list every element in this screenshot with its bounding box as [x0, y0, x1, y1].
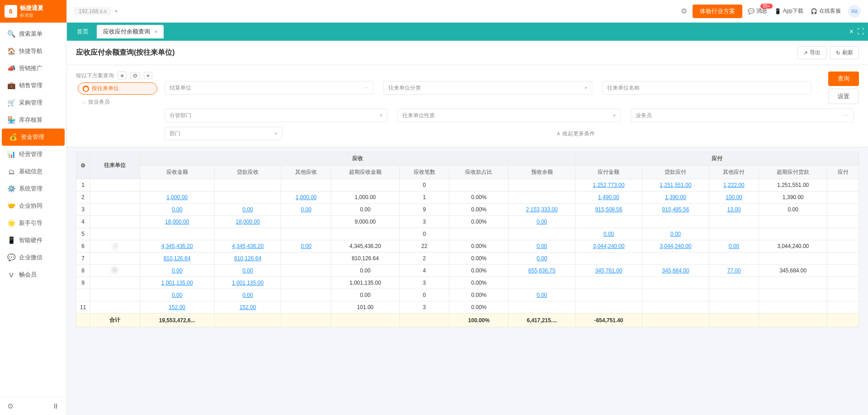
cell-dk_sr[interactable]: 0.00: [214, 204, 281, 216]
cell-ys_ye[interactable]: 0.00: [509, 289, 576, 301]
cell-dk_yf[interactable]: 345,684.00: [642, 265, 709, 277]
cell-yr_je[interactable]: 0.00: [140, 265, 214, 277]
cell-ys_ye[interactable]: 2,153,333.00: [509, 204, 576, 216]
cell-link-yr_je[interactable]: 152.00: [169, 304, 185, 310]
cell-link-yf_je[interactable]: 3,044,240.00: [593, 243, 624, 249]
cell-dk_sr[interactable]: 810,126.64: [214, 253, 281, 265]
sidebar-item-coop[interactable]: 🤝 企业协同: [0, 197, 66, 215]
cell-link-dk_yf[interactable]: 0.00: [670, 231, 681, 237]
user-avatar[interactable]: Rit: [848, 5, 861, 18]
tab-close-window-button[interactable]: ×: [849, 28, 854, 36]
cell-link-dk_sr[interactable]: 0.00: [242, 206, 253, 213]
settings-plan-icon[interactable]: ⊙: [130, 72, 140, 79]
cell-yr_je[interactable]: 810,126.64: [140, 253, 214, 265]
cell-link-dk_sr[interactable]: 152.00: [240, 304, 256, 310]
set-button[interactable]: 设置: [828, 89, 859, 104]
dept-field[interactable]: 部门 ▾: [165, 127, 282, 140]
tab-home[interactable]: 首页: [71, 25, 95, 38]
cell-link-qt_yf[interactable]: 1,222.00: [723, 182, 745, 188]
tab-close-icon[interactable]: ×: [155, 29, 157, 34]
cell-link-dk_sr[interactable]: 0.00: [242, 292, 253, 298]
filter-option-partner[interactable]: ⬤ 按往来单位: [78, 82, 157, 95]
sidebar-item-marketing[interactable]: 📣 营销推广: [0, 60, 66, 77]
cell-yr_je[interactable]: 1,000.00: [140, 191, 214, 204]
cell-yr_je[interactable]: 152.00: [140, 301, 214, 314]
cell-link-dk_yf[interactable]: 3,044,240.00: [660, 243, 691, 249]
cell-yr_je[interactable]: 0.00: [140, 289, 214, 301]
header-gear-icon[interactable]: ⚙: [681, 7, 687, 15]
sidebar-item-search-menu[interactable]: 🔍 搜索菜单: [0, 25, 66, 43]
sidebar-item-basic[interactable]: 🗂 基础信息: [0, 163, 66, 180]
cell-qt_sr[interactable]: 0.00: [281, 204, 331, 216]
cell-qt_yf[interactable]: 77.00: [709, 265, 759, 277]
cell-dk_sr[interactable]: 1,001,135.00: [214, 277, 281, 289]
cell-qt_yf[interactable]: 0.00: [709, 240, 759, 253]
sidebar-item-warehouse[interactable]: 🏪 库存核算: [0, 111, 66, 129]
cell-link-qt_sr[interactable]: 0.00: [301, 243, 311, 249]
sidebar-item-wechat[interactable]: 💬 企业微信: [0, 249, 66, 266]
cell-link-yf_je[interactable]: 1,252,773.00: [593, 182, 624, 188]
cell-dk_yf[interactable]: 915,495.56: [642, 204, 709, 216]
sidebar-item-sales[interactable]: 💼 销售管理: [0, 77, 66, 94]
tab-active[interactable]: 应收应付余额查询 ×: [97, 25, 164, 38]
cell-yr_je[interactable]: 1,001,135.00: [140, 277, 214, 289]
filter-option-salesperson[interactable]: ○ 按业务员: [78, 96, 157, 108]
cell-dk_sr[interactable]: 4,345,436.20: [214, 240, 281, 253]
cell-link-dk_yf[interactable]: 915,495.56: [662, 206, 689, 213]
sidebar-item-member[interactable]: V 畅会员: [0, 266, 66, 283]
cell-link-yr_je[interactable]: 0.00: [172, 206, 182, 213]
cell-link-qt_yf[interactable]: 0.00: [729, 243, 739, 249]
cell-dk_sr[interactable]: 0.00: [214, 265, 281, 277]
cell-link-ys_ye[interactable]: 0.00: [537, 255, 547, 262]
cell-link-qt_sr[interactable]: 1,000.00: [296, 194, 317, 200]
cell-yf_je[interactable]: 3,044,240.00: [576, 240, 642, 253]
refresh-button[interactable]: ↻ 刷新: [830, 46, 859, 59]
cell-dk_sr[interactable]: 18,000.00: [214, 216, 281, 228]
tab-maximize-button[interactable]: ⛶: [857, 28, 864, 36]
settlement-unit-field[interactable]: 结算单位 ···: [165, 81, 373, 95]
cell-link-yr_je[interactable]: 1,000.00: [166, 194, 188, 200]
cell-dk_sr[interactable]: 0.00: [214, 289, 281, 301]
settings-footer-icon[interactable]: ⚙: [7, 402, 14, 410]
cell-link-qt_yf[interactable]: 100.00: [726, 194, 742, 200]
cell-yr_je[interactable]: 0.00: [140, 204, 214, 216]
cell-qt_yf[interactable]: 1,222.00: [709, 179, 759, 191]
cell-qt_yf[interactable]: 100.00: [709, 191, 759, 204]
cell-dk_yf[interactable]: 3,044,240.00: [642, 240, 709, 253]
cell-ys_ye[interactable]: 0.00: [509, 240, 576, 253]
cell-ys_ye[interactable]: 0.00: [509, 253, 576, 265]
partner-nature-field[interactable]: 往来单位性质 ▾: [397, 109, 620, 122]
cell-yr_je[interactable]: 18,000.00: [140, 216, 214, 228]
cell-link-yr_je[interactable]: 18,000.00: [165, 219, 189, 225]
sidebar-item-purchase[interactable]: 🛒 采购管理: [0, 94, 66, 111]
business-field[interactable]: 业务员 ···: [631, 109, 854, 122]
cell-link-yf_je[interactable]: 345,761.00: [595, 267, 622, 274]
service-area[interactable]: 🎧 在线客服: [811, 7, 841, 15]
cell-link-dk_yf[interactable]: 345,684.00: [662, 267, 689, 274]
cell-link-yr_je[interactable]: 4,345,436.20: [161, 243, 193, 249]
app-download-area[interactable]: 📱 App下载: [774, 7, 803, 15]
collapse-footer-icon[interactable]: ⏸: [52, 402, 59, 410]
sidebar-item-quick-nav[interactable]: 🏠 快捷导航: [0, 43, 66, 60]
cell-link-dk_yf[interactable]: 1,390.00: [665, 194, 686, 200]
cell-link-qt_yf[interactable]: 13.00: [727, 206, 741, 213]
cell-link-ys_ye[interactable]: 0.00: [537, 243, 547, 249]
cell-link-qt_sr[interactable]: 0.00: [301, 206, 311, 213]
cell-link-qt_yf[interactable]: 77.00: [727, 267, 741, 274]
sidebar-item-system[interactable]: ⚙️ 系统管理: [0, 180, 66, 197]
cell-qt_yf[interactable]: 13.00: [709, 204, 759, 216]
cell-yr_je[interactable]: 4,345,436.20: [140, 240, 214, 253]
cell-link-yr_je[interactable]: 810,126.64: [164, 255, 191, 262]
trial-button[interactable]: 体验行业方案: [693, 5, 742, 18]
dept-manager-field[interactable]: 分管部门 ▾: [165, 109, 387, 122]
cell-link-yr_je[interactable]: 0.00: [172, 292, 182, 298]
cell-link-dk_sr[interactable]: 1,001,135.00: [232, 280, 264, 286]
cell-link-dk_sr[interactable]: 4,345,436.20: [232, 243, 264, 249]
cell-yf_je[interactable]: 345,761.00: [576, 265, 642, 277]
cell-link-yf_je[interactable]: 915,508.56: [595, 206, 622, 213]
cell-yf_je[interactable]: 1,252,773.00: [576, 179, 642, 191]
msg-area[interactable]: 💬 消息 99+: [748, 7, 767, 15]
cell-dk_yf[interactable]: 1,251,551.00: [642, 179, 709, 191]
cell-qt_sr[interactable]: 1,000.00: [281, 191, 331, 204]
cell-link-dk_sr[interactable]: 0.00: [242, 267, 253, 274]
